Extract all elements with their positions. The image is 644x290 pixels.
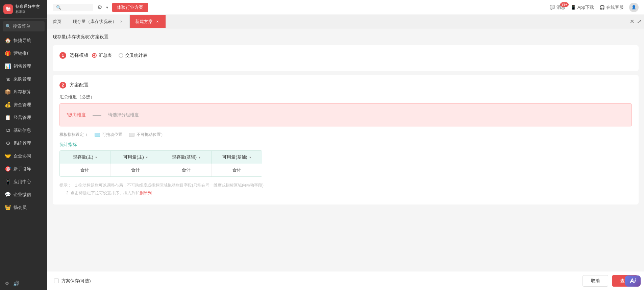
money-icon: 💰 [5, 102, 11, 108]
tips-section: 提示： 1.拖动标题栏可以调整布局，不可跨维度或指标区域拖动栏目字段(只能在同一… [59, 182, 632, 196]
settings-topbar-icon[interactable]: ⚙ [97, 4, 102, 10]
chevron-down-icon-1: ▾ [146, 155, 148, 159]
search-topbar-icon: 🔍 [56, 5, 61, 10]
message-btn[interactable]: 💬 消息 99+ [550, 4, 565, 10]
hint-movable: 可拖动位置 [95, 132, 122, 138]
chevron-down-icon-0: ▾ [95, 155, 97, 159]
col-body-3: 合计 [212, 164, 262, 176]
chevron-down-icon-2: ▾ [199, 155, 200, 159]
close-panel-btn[interactable]: ✕ [630, 18, 634, 25]
col-body-0: 合计 [60, 164, 110, 176]
expand-panel-btn[interactable]: ⤢ [637, 18, 641, 25]
bag-icon: 🛍 [5, 76, 11, 82]
sidebar-item-quick-nav[interactable]: 🏠 快捷导航 [0, 34, 47, 47]
tab-new-scheme[interactable]: 新建方案 × [130, 15, 166, 28]
col-header-0[interactable]: 现存量(主) ▾ [60, 151, 110, 164]
handshake-icon: 🤝 [5, 153, 11, 159]
speaker-icon[interactable]: 🔊 [13, 281, 20, 287]
tabbar: 首页 现存量（库存状况表） × 新建方案 × ✕ ⤢ [47, 15, 644, 28]
sidebar: 畅 畅康通好生意 标准版 🔍 搜索菜单 🏠 快捷导航 🎁 营销推广 📊 销售管理… [0, 0, 47, 290]
section1-header: 1 选择模板 汇总表 交叉统计表 [59, 52, 632, 59]
dimension-label: 汇总维度（必选） [59, 94, 632, 100]
sidebar-item-guide[interactable]: 🎯 新手引导 [0, 163, 47, 175]
tab-home[interactable]: 首页 [47, 15, 67, 28]
tip-item-2: 2. 点击标题栏下拉可设置排序、插入列和删除列 [59, 190, 632, 196]
sidebar-item-basic-info[interactable]: 🗂 基础信息 [0, 124, 47, 137]
save-option[interactable]: 方案保存(可选) [54, 278, 91, 284]
hint-fixed: 不可拖动位置） [129, 132, 165, 138]
dropdown-icon[interactable]: ▾ [106, 5, 108, 10]
sidebar-item-corp[interactable]: 🤝 企业协同 [0, 150, 47, 163]
movable-box [95, 133, 100, 137]
box-icon: 📦 [5, 89, 11, 95]
stats-table-header: 现存量(主) ▾ 可用量(主) ▾ 现存量(基辅) ▾ 可用量(基辅) ▾ [60, 151, 262, 164]
fixed-box [129, 133, 134, 137]
topbar: 🔍 ⚙ ▾ 体验行业方案 💬 消息 99+ 📱 App下载 🎧 在线客服 👤 [47, 0, 644, 15]
sidebar-item-sales[interactable]: 📊 销售管理 [0, 60, 47, 73]
col-header-3[interactable]: 可用量(基辅) ▾ [212, 151, 262, 164]
avatar: 👤 [629, 3, 639, 12]
sidebar-item-app-center[interactable]: 📱 应用中心 [0, 175, 47, 188]
settings-bottom-icon[interactable]: ⚙ [5, 281, 9, 287]
logo-text: 畅康通好生意 标准版 [16, 4, 40, 14]
phone-icon: 📱 [571, 5, 576, 10]
home-icon: 🏠 [5, 38, 11, 44]
user-avatar[interactable]: 👤 [629, 3, 639, 12]
page-title: 现存量(库存状况表)方案设置 [53, 34, 639, 40]
cancel-button[interactable]: 取消 [583, 275, 608, 287]
app-download-btn[interactable]: 📱 App下载 [571, 4, 594, 10]
indicators-hint: 模板指标设定（ 可拖动位置 不可拖动位置） [59, 132, 632, 138]
section-template: 1 选择模板 汇总表 交叉统计表 [53, 45, 639, 71]
radio-crosstab[interactable]: 交叉统计表 [119, 52, 147, 58]
col-body-2: 合计 [161, 164, 212, 176]
crown-icon: 👑 [5, 204, 11, 211]
stats-table: 现存量(主) ▾ 可用量(主) ▾ 现存量(基辅) ▾ 可用量(基辅) ▾ [59, 150, 262, 177]
sidebar-bottom: ⚙ 🔊 [0, 277, 47, 290]
radio-dot-crosstab [119, 53, 123, 58]
tab-inventory-status[interactable]: 现存量（库存状况表） × [67, 15, 130, 28]
save-checkbox[interactable] [54, 279, 59, 283]
sidebar-item-system[interactable]: ⚙ 系统管理 [0, 137, 47, 150]
sidebar-nav: 🔍 搜索菜单 🏠 快捷导航 🎁 营销推广 📊 销售管理 🛍 采购管理 📦 库存核… [0, 19, 47, 277]
panel-controls: ✕ ⤢ [630, 18, 644, 25]
sidebar-item-operations[interactable]: 📋 经营管理 [0, 111, 47, 124]
dimension-area[interactable]: *纵向维度 —— 请选择分组维度 [59, 103, 632, 126]
ai-badge[interactable]: Ai [625, 275, 641, 287]
sidebar-item-member[interactable]: 👑 畅会员 [0, 201, 47, 214]
stats-table-body: 合计 合计 合计 合计 [60, 164, 262, 176]
sidebar-item-wechat[interactable]: 💬 企业微信 [0, 188, 47, 201]
col-header-2[interactable]: 现存量(基辅) ▾ [161, 151, 212, 164]
trial-btn[interactable]: 体验行业方案 [112, 3, 148, 12]
clipboard-icon: 📋 [5, 115, 11, 121]
chevron-down-icon-3: ▾ [249, 155, 251, 159]
radio-summary[interactable]: 汇总表 [92, 52, 112, 58]
tab-close-inventory[interactable]: × [119, 19, 124, 24]
message-icon: 💬 [550, 5, 555, 10]
sidebar-item-finance[interactable]: 💰 资金管理 [0, 98, 47, 111]
chat-icon: 💬 [5, 192, 11, 198]
content-area: 现存量(库存状况表)方案设置 1 选择模板 汇总表 交叉统计表 [47, 28, 644, 271]
tab-close-new-scheme[interactable]: × [155, 19, 160, 24]
col-header-1[interactable]: 可用量(主) ▾ [110, 151, 161, 164]
section-config: 2 方案配置 汇总维度（必选） *纵向维度 —— 请选择分组维度 模板指标设定（… [53, 75, 639, 204]
sidebar-item-purchase[interactable]: 🛍 采购管理 [0, 73, 47, 86]
folder-icon: 🗂 [5, 127, 11, 133]
radio-dot-summary [92, 53, 97, 58]
stats-section-title: 统计指标 [59, 142, 632, 148]
sidebar-search-menu[interactable]: 🔍 搜索菜单 [3, 21, 45, 31]
online-service-btn[interactable]: 🎧 在线客服 [599, 4, 624, 10]
logo-icon: 畅 [3, 4, 13, 14]
sidebar-item-marketing[interactable]: 🎁 营销推广 [0, 47, 47, 60]
topbar-right: 💬 消息 99+ 📱 App下载 🎧 在线客服 👤 [550, 3, 639, 12]
section2-header: 2 方案配置 [59, 82, 632, 89]
mobile-icon: 📱 [5, 179, 11, 185]
sidebar-item-inventory[interactable]: 📦 库存核算 [0, 86, 47, 98]
settings-icon: ⚙ [5, 140, 11, 146]
bottom-bar: 方案保存(可选) 取消 查询 [47, 271, 644, 290]
gift-icon: 🎁 [5, 50, 11, 56]
main-area: 🔍 ⚙ ▾ 体验行业方案 💬 消息 99+ 📱 App下载 🎧 在线客服 👤 [47, 0, 644, 290]
topbar-search[interactable]: 🔍 [53, 4, 93, 11]
headset-icon: 🎧 [599, 5, 605, 10]
search-icon: 🔍 [5, 24, 11, 29]
chart-icon: 📊 [5, 63, 11, 69]
